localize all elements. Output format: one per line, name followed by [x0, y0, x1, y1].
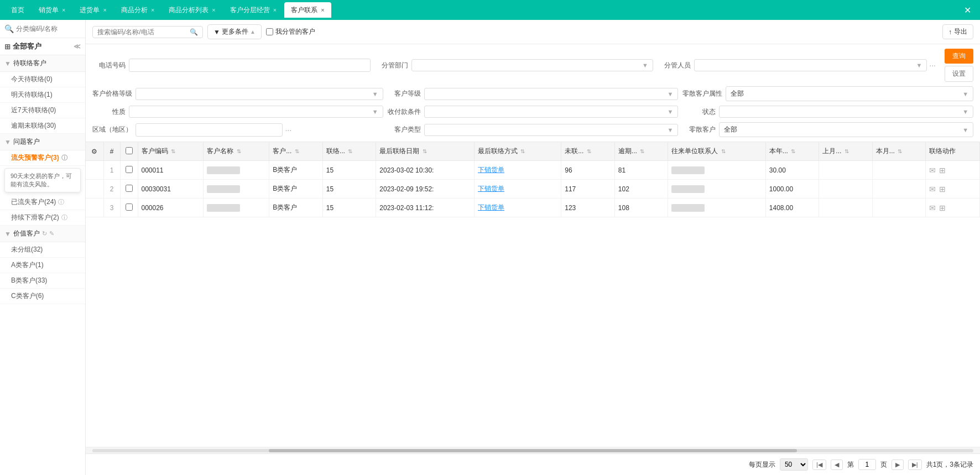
row-last-method-1[interactable]: 下销货单 [475, 180, 561, 199]
more-conditions-btn[interactable]: ▼ 更多条件 ▲ [207, 24, 262, 39]
row-check-1[interactable] [120, 180, 138, 199]
sidebar-item-classA[interactable]: A类客户(1) [0, 258, 85, 273]
settings-btn[interactable]: 设置 [945, 66, 973, 82]
tab-product-list[interactable]: 商品分析列表 × [162, 2, 222, 18]
filter-scatter-select[interactable]: 全部 ▼ [719, 122, 973, 137]
sidebar-item-7days[interactable]: 近7天待联络(0) [0, 103, 85, 118]
filter-region-input[interactable] [135, 123, 283, 137]
action-contact-icon-1[interactable]: ✉ [929, 185, 936, 194]
tab-sales[interactable]: 销货单 × [32, 2, 72, 18]
tab-home[interactable]: 首页 [4, 2, 31, 18]
per-page-label: 每页显示 [749, 460, 775, 469]
th-last-date[interactable]: 最后联络日期 ⇅ [376, 142, 475, 161]
th-overdue[interactable]: 逾期... ⇅ [614, 142, 668, 161]
tab-purchase-close[interactable]: × [103, 7, 106, 13]
row-last-method-0[interactable]: 下销货单 [475, 161, 561, 180]
row-contacts-0: 15 [322, 161, 376, 180]
filter-nature-select[interactable]: ▼ [129, 106, 383, 118]
sidebar-item-tomorrow[interactable]: 明天待联络(1) [0, 87, 85, 103]
query-btn[interactable]: 查询 [945, 49, 973, 64]
sidebar-item-declining[interactable]: 持续下滑客户(2) ⓘ [0, 210, 85, 226]
filter-dept-select[interactable]: ▼ [411, 59, 653, 71]
th-contacts[interactable]: 联络... ⇅ [322, 142, 376, 161]
th-name[interactable]: 客户名称 ⇅ [204, 142, 269, 161]
tab-product-analysis[interactable]: 商品分析 × [114, 2, 161, 18]
tab-customer-contact-close[interactable]: × [321, 7, 324, 13]
tab-customer-tier[interactable]: 客户分层经营 × [223, 2, 283, 18]
sidebar-item-churn-warning[interactable]: 流失预警客户(3) ⓘ [0, 150, 85, 166]
filter-status-select[interactable]: ▼ [719, 106, 973, 118]
filter-price-level-select[interactable]: ▼ [135, 88, 383, 100]
sidebar-collapse-btn[interactable]: ≪ [74, 43, 81, 50]
info-icon-churned: ⓘ [58, 198, 64, 206]
filter-manager-dots[interactable]: ··· [929, 61, 936, 70]
action-more-icon-2[interactable]: ⊞ [939, 203, 946, 212]
tab-bar: 首页 销货单 × 进货单 × 商品分析 × 商品分析列表 × 客户分层经营 × … [0, 0, 980, 20]
last-page-btn[interactable]: ▶| [908, 460, 922, 470]
sidebar-group-value[interactable]: ▼ 价值客户 ↻ ✎ [0, 226, 85, 242]
th-check[interactable] [120, 142, 138, 161]
sidebar-group-problem[interactable]: ▼ 问题客户 [0, 134, 85, 150]
filter-scatter-attr-select[interactable]: 全部 ▼ [726, 86, 973, 101]
th-last-month[interactable]: 上月... ⇅ [819, 142, 873, 161]
tab-sales-close[interactable]: × [62, 7, 65, 13]
action-more-icon-1[interactable]: ⊞ [939, 185, 946, 194]
scrollbar-thumb[interactable] [269, 449, 797, 452]
sidebar-search-input[interactable] [16, 25, 86, 33]
export-btn[interactable]: ↑ 导出 [942, 24, 973, 39]
sidebar-item-overdue-contact[interactable]: 逾期未联络(30) [0, 118, 85, 134]
th-unit-contact-label: 往来单位联系人 [671, 147, 718, 155]
row-last-method-2[interactable]: 下销货单 [475, 199, 561, 217]
first-page-btn[interactable]: |◀ [812, 460, 826, 470]
toolbar-search-input[interactable] [97, 28, 187, 36]
filter-region-dots[interactable]: ··· [285, 126, 291, 134]
filter-customer-level-select[interactable]: ▼ [424, 88, 679, 100]
th-this-year[interactable]: 本年... ⇅ [765, 142, 819, 161]
sidebar-item-classC[interactable]: C类客户(6) [0, 289, 85, 304]
action-contact-icon-0[interactable]: ✉ [929, 166, 936, 175]
th-name-label: 客户名称 [207, 147, 233, 155]
row-check-0[interactable] [120, 161, 138, 180]
sidebar-item-classB[interactable]: B类客户(33) [0, 273, 85, 289]
prev-page-btn[interactable]: ◀ [831, 460, 843, 470]
th-uncontacted[interactable]: 未联... ⇅ [561, 142, 615, 161]
sidebar-item-today[interactable]: 今天待联络(0) [0, 72, 85, 87]
filter-payment-select[interactable]: ▼ [424, 106, 679, 118]
th-last-method[interactable]: 最后联络方式 ⇅ [475, 142, 561, 161]
horizontal-scrollbar[interactable] [86, 447, 980, 453]
tab-product-analysis-close[interactable]: × [151, 7, 154, 13]
sidebar-item-ungrouped[interactable]: 未分组(32) [0, 242, 85, 258]
value-group-edit-icon[interactable]: ✎ [49, 230, 54, 237]
filter-phone-label: 电话号码 [92, 61, 126, 70]
toolbar-search-icon[interactable]: 🔍 [190, 28, 198, 36]
select-all-checkbox[interactable] [126, 147, 133, 154]
filter-phone-input[interactable] [129, 59, 371, 72]
my-customers-checkbox-label[interactable]: 我分管的客户 [266, 27, 315, 36]
tab-product-list-close[interactable]: × [212, 7, 215, 13]
export-label: 导出 [954, 27, 967, 36]
sidebar-item-churned[interactable]: 已流失客户(24) ⓘ [0, 195, 85, 210]
th-unit-contact[interactable]: 往来单位联系人 ⇅ [668, 142, 765, 161]
action-more-icon-0[interactable]: ⊞ [939, 166, 946, 175]
value-group-refresh-icon[interactable]: ↻ [42, 230, 47, 237]
tab-purchase[interactable]: 进货单 × [73, 2, 113, 18]
action-contact-icon-2[interactable]: ✉ [929, 203, 936, 212]
row-check-2[interactable] [120, 199, 138, 217]
window-close[interactable]: ✕ [960, 3, 976, 18]
filter-panel: 电话号码 分管部门 ▼ 分管人员 ▼ ··· [86, 44, 980, 142]
page-input[interactable] [858, 459, 876, 470]
next-page-btn[interactable]: ▶ [892, 460, 904, 470]
th-type[interactable]: 客户... ⇅ [269, 142, 323, 161]
th-gear[interactable]: ⚙ [86, 142, 103, 161]
my-customers-checkbox[interactable] [266, 28, 273, 35]
declining-label: 持续下滑客户(2) [11, 213, 59, 222]
tab-customer-contact[interactable]: 客户联系 × [284, 2, 331, 18]
tab-customer-tier-close[interactable]: × [273, 7, 277, 13]
th-this-month[interactable]: 本月... ⇅ [872, 142, 926, 161]
th-code[interactable]: 客户编码 ⇅ [138, 142, 204, 161]
sidebar-root[interactable]: ⊞ 全部客户 ≪ [0, 38, 85, 55]
filter-customer-type-select[interactable]: ▼ [424, 124, 679, 136]
sidebar-group-pending[interactable]: ▼ 待联络客户 [0, 55, 85, 72]
filter-manager-select[interactable]: ▼ [694, 59, 927, 71]
per-page-select[interactable]: 50 100 200 [780, 458, 808, 471]
